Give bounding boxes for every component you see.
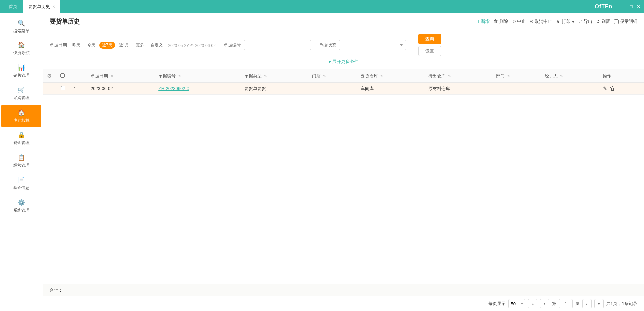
page-label: 第 — [552, 301, 556, 307]
search-icon: 🔍 — [18, 19, 25, 27]
table-settings-icon[interactable]: ⚙ — [47, 73, 52, 79]
stop-btn-label: ⊘ 中止 — [512, 18, 526, 25]
data-table: ⚙ 单据日期 ⇅ 单据编号 ⇅ — [43, 69, 644, 95]
next-page-btn[interactable]: › — [582, 299, 592, 308]
prev-page-btn[interactable]: ‹ — [540, 299, 549, 308]
row-edit-icon[interactable]: ✎ — [603, 85, 607, 92]
sidebar-item-sales-mgmt[interactable]: 📊 销售管理 — [0, 60, 43, 82]
store-sort-icon: ⇅ — [323, 74, 326, 78]
tab-home[interactable]: 首页 — [3, 0, 23, 13]
row-doc-date-cell: 2023-06-02 — [87, 83, 154, 95]
row-doc-no-cell: YH-20230602-0 — [154, 83, 240, 95]
query-btn[interactable]: 查询 — [418, 34, 441, 44]
minimize-btn[interactable]: — — [621, 4, 626, 9]
per-page-select[interactable]: 50 20 100 — [508, 299, 525, 308]
sidebar-item-search-menu[interactable]: 🔍 搜索菜单 — [0, 16, 43, 37]
row-actions: ✎ 🗑 — [603, 85, 640, 92]
new-btn[interactable]: + 新增 — [477, 18, 490, 25]
print-chevron-icon: ▾ — [572, 19, 574, 24]
tab-bar: 首页 要货单历史 × — [3, 0, 595, 13]
sidebar-item-sys-mgmt[interactable]: ⚙️ 系统管理 — [0, 195, 43, 217]
req-warehouse-sort-icon: ⇅ — [380, 74, 383, 78]
col-pending-warehouse-header[interactable]: 待出仓库 ⇅ — [424, 69, 492, 83]
expand-more-btn[interactable]: ▾ 展开更多条件 — [50, 59, 637, 65]
delete-btn[interactable]: 🗑 删除 — [494, 18, 508, 25]
row-department-cell — [492, 83, 541, 95]
settings-btn[interactable]: 设置 — [418, 46, 441, 56]
page-header: 要货单历史 + 新增 🗑 删除 ⊘ 中止 ⊗ 取消中止 🖨 打印 ▾ — [43, 13, 644, 30]
maximize-btn[interactable]: □ — [630, 4, 633, 9]
export-btn[interactable]: ↗ 导出 — [578, 18, 593, 25]
date-filter-group: 单据日期 昨天 今天 近7天 近1月 更多 自定义 2023-05-27 至 2… — [50, 42, 216, 49]
window-controls: OfTEn — □ ✕ — [595, 3, 641, 10]
shortcut-custom[interactable]: 自定义 — [148, 42, 165, 49]
expand-chevron-icon: ▾ — [329, 59, 331, 64]
col-settings: ⚙ — [43, 69, 56, 83]
col-store-header[interactable]: 门店 ⇅ — [308, 69, 357, 83]
row-delete-icon[interactable]: 🗑 — [610, 86, 615, 92]
sidebar: 🔍 搜索菜单 🏠 快捷导航 📊 销售管理 🛒 采购管理 🏠 库存核算 🔒 资金管… — [0, 13, 43, 311]
table-footer: 合计： — [43, 284, 644, 296]
row-req-warehouse: 车间库 — [361, 86, 374, 91]
sidebar-item-inventory-calc[interactable]: 🏠 库存核算 — [1, 105, 41, 127]
row-doc-no-link[interactable]: YH-20230602-0 — [158, 86, 189, 91]
sidebar-item-sales-label: 销售管理 — [13, 73, 30, 78]
home-icon: 🏠 — [18, 41, 25, 49]
col-handler-header[interactable]: 经手人 ⇅ — [541, 69, 599, 83]
shortcut-today[interactable]: 今天 — [85, 42, 98, 49]
table-row: 1 2023-06-02 YH-20230602-0 要货单要货 — [43, 83, 644, 95]
tab-home-label: 首页 — [9, 4, 17, 10]
close-btn[interactable]: ✕ — [637, 4, 641, 9]
col-doc-type-header[interactable]: 单据类型 ⇅ — [240, 69, 308, 83]
sidebar-item-ops-mgmt[interactable]: 📋 经营管理 — [0, 150, 43, 172]
page-title: 要货单历史 — [50, 17, 80, 26]
display-detail-label: 显示明细 — [620, 18, 637, 25]
sidebar-item-quick-nav-label: 快捷导航 — [13, 50, 30, 56]
print-btn[interactable]: 🖨 打印 ▾ — [556, 18, 574, 25]
sidebar-item-quick-nav[interactable]: 🏠 快捷导航 — [0, 37, 43, 60]
shortcut-1month[interactable]: 近1月 — [116, 42, 132, 49]
last-page-btn[interactable]: » — [594, 299, 604, 308]
sidebar-item-search-label: 搜索菜单 — [13, 28, 30, 34]
table-header-row: ⚙ 单据日期 ⇅ 单据编号 ⇅ — [43, 69, 644, 83]
docno-filter-input[interactable] — [244, 40, 311, 50]
tab-requisition-history[interactable]: 要货单历史 × — [23, 0, 60, 13]
select-all-checkbox[interactable] — [60, 73, 65, 78]
col-doc-date-header[interactable]: 单据日期 ⇅ — [87, 69, 154, 83]
col-department-header[interactable]: 部门 ⇅ — [492, 69, 541, 83]
col-doc-no-header[interactable]: 单据编号 ⇅ — [154, 69, 240, 83]
refresh-btn-label: ↺ 刷新 — [596, 18, 610, 25]
ops-icon: 📋 — [18, 154, 25, 161]
sidebar-item-purchase-mgmt[interactable]: 🛒 采购管理 — [0, 82, 43, 105]
shortcut-more[interactable]: 更多 — [133, 42, 147, 49]
display-detail-toggle[interactable]: 显示明细 — [614, 18, 637, 25]
pagination: 每页显示 50 20 100 « ‹ 第 页 › » 共1页，1条记录 — [43, 296, 644, 311]
page-input[interactable] — [559, 299, 573, 308]
row-settings-cell — [43, 83, 56, 95]
header-actions: + 新增 🗑 删除 ⊘ 中止 ⊗ 取消中止 🖨 打印 ▾ ↗ 导出 — [477, 18, 637, 25]
shortcut-yesterday[interactable]: 昨天 — [70, 42, 83, 49]
total-info: 共1页，1条记录 — [606, 301, 637, 307]
row-req-warehouse-cell: 车间库 — [357, 83, 424, 95]
row-doc-type: 要货单要货 — [244, 86, 266, 91]
filter-row: 单据日期 昨天 今天 近7天 近1月 更多 自定义 2023-05-27 至 2… — [50, 34, 637, 56]
col-num-header — [70, 69, 87, 83]
chart-icon: 📊 — [18, 64, 25, 71]
status-filter-select[interactable] — [339, 40, 406, 50]
shortcut-7days[interactable]: 近7天 — [99, 42, 115, 49]
row-checkbox[interactable] — [61, 86, 65, 90]
main-layout: 🔍 搜索菜单 🏠 快捷导航 📊 销售管理 🛒 采购管理 🏠 库存核算 🔒 资金管… — [0, 13, 644, 311]
row-checkbox-cell — [56, 83, 70, 95]
display-detail-checkbox[interactable] — [614, 19, 619, 24]
sidebar-item-basic-info[interactable]: 📄 基础信息 — [0, 172, 43, 195]
table-head: ⚙ 单据日期 ⇅ 单据编号 ⇅ — [43, 69, 644, 83]
sidebar-item-finance-mgmt[interactable]: 🔒 资金管理 — [0, 127, 43, 150]
row-num: 1 — [74, 86, 76, 91]
first-page-btn[interactable]: « — [528, 299, 537, 308]
refresh-btn[interactable]: ↺ 刷新 — [596, 18, 610, 25]
col-req-warehouse-header[interactable]: 要货仓库 ⇅ — [357, 69, 424, 83]
cancel-stop-btn[interactable]: ⊗ 取消中止 — [530, 18, 552, 25]
cart-icon: 🛒 — [18, 86, 25, 94]
stop-btn[interactable]: ⊘ 中止 — [512, 18, 526, 25]
tab-close-icon[interactable]: × — [53, 4, 55, 9]
